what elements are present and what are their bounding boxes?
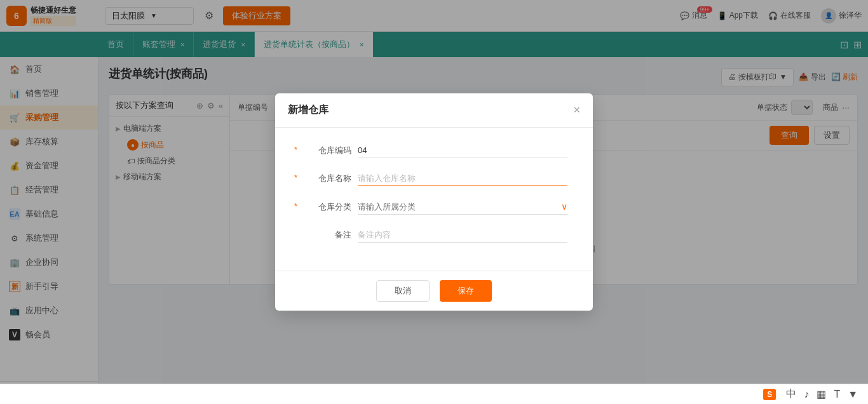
category-chevron-icon: ∨	[561, 201, 567, 212]
modal-footer: 取消 保存	[275, 271, 593, 311]
field-code-label: 仓库编码	[301, 145, 351, 156]
bottom-t-icon[interactable]: T	[834, 389, 840, 400]
modal-body: 仓库编码 仓库名称 仓库分类 ∨ 备注	[275, 128, 593, 271]
bottom-mic-icon[interactable]: ♪	[804, 389, 809, 400]
form-row-code: 仓库编码	[301, 143, 567, 158]
field-name-input[interactable]	[358, 171, 567, 186]
field-name-label: 仓库名称	[301, 173, 351, 184]
modal-title: 新增仓库	[288, 104, 329, 117]
field-remark-label: 备注	[301, 229, 351, 241]
modal-close-button[interactable]: ×	[573, 104, 580, 117]
s-logo: S	[763, 389, 776, 400]
cancel-button[interactable]: 取消	[376, 280, 430, 302]
field-category-select[interactable]: ∨	[358, 199, 567, 215]
modal-header: 新增仓库 ×	[275, 93, 593, 128]
modal-overlay[interactable]: 新增仓库 × 仓库编码 仓库名称 仓库分类 ∨	[0, 0, 868, 404]
field-category-input[interactable]	[358, 202, 561, 212]
bottom-zh-icon[interactable]: 中	[786, 387, 796, 401]
field-remark-input[interactable]	[358, 227, 567, 243]
modal-new-warehouse: 新增仓库 × 仓库编码 仓库名称 仓库分类 ∨	[275, 93, 593, 311]
bottom-grid-icon[interactable]: ▦	[817, 388, 826, 400]
form-row-name: 仓库名称	[301, 171, 567, 186]
bottom-arrow-icon[interactable]: ▼	[848, 389, 858, 400]
save-button[interactable]: 保存	[440, 280, 492, 302]
field-category-label: 仓库分类	[301, 201, 351, 213]
bottom-bar: S 中 ♪ ▦ T ▼	[0, 384, 868, 404]
form-row-category: 仓库分类 ∨	[301, 199, 567, 215]
form-row-remark: 备注	[301, 227, 567, 243]
field-code-input[interactable]	[358, 143, 567, 158]
